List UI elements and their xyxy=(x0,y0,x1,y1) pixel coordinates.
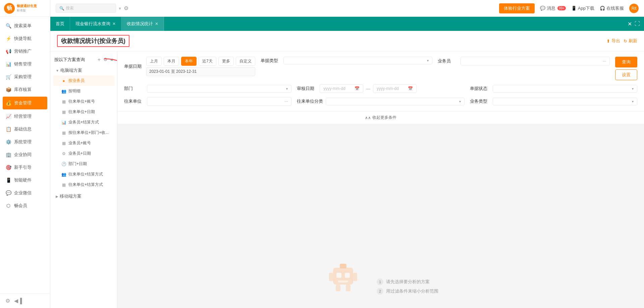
counterpart-select[interactable]: ··· xyxy=(147,97,291,106)
settings-btn[interactable]: 设置 xyxy=(615,69,637,80)
tree-item-unit-settle2[interactable]: ▦ 往来单位+结算方式 xyxy=(53,179,114,190)
sidebar-item-hardware[interactable]: 📱 智能硬件 xyxy=(0,174,50,187)
sidebar-item-quicknav[interactable]: ⚡ 快捷导航 xyxy=(0,32,50,45)
app-download-btn[interactable]: 📱 App下载 xyxy=(571,5,594,11)
tree-item-unit-account[interactable]: ▦ 往来单位+账号 xyxy=(53,96,114,107)
sidebar-item-inventory[interactable]: 📦 库存核算 xyxy=(0,83,50,96)
sidebar: 畅 畅捷通好生意 标准版 🔍 搜索菜单 ⚡ 快捷导航 📢 营销推广 📊 销售管理… xyxy=(0,0,50,308)
salesman-settle-icon: 📊 xyxy=(61,120,66,125)
tab-receipt[interactable]: 收款情况统计 ✕ xyxy=(121,17,164,31)
svg-rect-4 xyxy=(338,280,348,283)
date-btn-more[interactable]: 更多 xyxy=(218,57,234,66)
tab-close-all-icon[interactable]: ✕ xyxy=(628,21,632,27)
logo-icon: 畅 xyxy=(4,3,15,14)
tree-item-salesman-date[interactable]: ⚙ 业务员+日期 xyxy=(53,148,114,159)
tree-item-dept-date[interactable]: 🕐 部门+日期 xyxy=(53,159,114,169)
guide-icon: 🎯 xyxy=(5,164,11,170)
date-btn-last-month[interactable]: 上月 xyxy=(146,57,162,66)
header-search[interactable]: 🔍 搜索 xyxy=(56,4,116,13)
biz-type-label: 业务类型 xyxy=(470,98,490,104)
salesman-filter: 业务员 ··· xyxy=(438,57,610,65)
marketing-icon: 📢 xyxy=(5,48,11,54)
sidebar-item-enterprise[interactable]: 🏢 企业协同 xyxy=(0,148,50,161)
tab-home[interactable]: 首页 xyxy=(50,17,70,31)
online-service-btn[interactable]: 🎧 在线客服 xyxy=(600,5,624,11)
sidebar-item-search[interactable]: 🔍 搜索菜单 xyxy=(0,19,50,32)
panel-header-icons: + ⚙ « xyxy=(98,57,113,63)
query-btn[interactable]: 查询 xyxy=(615,57,637,67)
refresh-icon: ↻ xyxy=(624,39,627,44)
collapse-panel-icon[interactable]: « xyxy=(110,57,113,63)
collapse-sidebar-icon[interactable]: ◀▐ xyxy=(14,298,22,304)
sidebar-item-sales[interactable]: 📊 销售管理 xyxy=(0,58,50,70)
review-date-label: 审核日期 xyxy=(297,86,317,92)
tab-bank-close[interactable]: ✕ xyxy=(112,21,116,26)
date-btn-this-month[interactable]: 本月 xyxy=(164,57,179,66)
dept-select[interactable]: ▾ xyxy=(147,85,291,93)
sidebar-item-system[interactable]: ⚙️ 系统管理 xyxy=(0,136,50,148)
date-btn-this-year[interactable]: 本年 xyxy=(181,57,197,66)
tip-item-2: 2 用过滤条件来缩小分析范围 xyxy=(377,288,438,295)
salesman-date-icon: ⚙ xyxy=(61,151,66,156)
search-header-icon: 🔍 xyxy=(59,6,64,11)
tree-desktop-title[interactable]: ▼ 电脑端方案 xyxy=(53,65,114,75)
header-settings-icon[interactable]: ⚙ xyxy=(124,5,128,11)
mobile-expand-arrow: ▶ xyxy=(56,195,58,198)
sales-icon: 📊 xyxy=(5,61,11,67)
sidebar-item-guide[interactable]: 🎯 新手引导 xyxy=(0,161,50,174)
sidebar-item-marketing[interactable]: 📢 营销推广 xyxy=(0,45,50,58)
sidebar-item-wechat[interactable]: 💬 企业微信 xyxy=(0,187,50,199)
tree-item-unit-settle1[interactable]: 👥 往来单位+结算方式 xyxy=(53,169,114,179)
sidebar-item-base[interactable]: 📋 基础信息 xyxy=(0,123,50,136)
salesman-more-icon[interactable]: ··· xyxy=(603,59,606,63)
counterpart-category-select[interactable]: ▾ xyxy=(326,98,464,105)
date-btn-7days[interactable]: 近7天 xyxy=(199,57,216,66)
header-dropdown-icon[interactable]: ▾ xyxy=(119,6,121,11)
settings-footer-icon[interactable]: ⚙ xyxy=(5,298,10,304)
settings-plan-icon[interactable]: ⚙ xyxy=(103,57,108,63)
unit-settle2-icon: ▦ xyxy=(61,182,66,188)
tip-item-1: 1 请先选择要分析的方案 xyxy=(377,278,438,285)
sidebar-item-business[interactable]: 📈 经营管理 xyxy=(0,110,50,123)
page-actions: ⬆ 导出 ↻ 刷新 xyxy=(606,38,637,44)
tab-fullscreen-icon[interactable]: ⛶ xyxy=(635,21,640,27)
tree-item-unit-date[interactable]: ▦ 往来单位+日期 xyxy=(53,107,114,117)
doc-status-select[interactable]: ▾ xyxy=(493,85,637,93)
export-btn[interactable]: ⬆ 导出 xyxy=(606,38,620,44)
trial-btn[interactable]: 体验行业方案 xyxy=(499,3,535,13)
tree-item-salesman-account[interactable]: ▦ 业务员+账号 xyxy=(53,138,114,148)
user-avatar[interactable]: Rit xyxy=(629,4,639,13)
calendar-end-icon: 📅 xyxy=(408,86,413,91)
tree-mobile-title[interactable]: ▶ 移动端方案 xyxy=(53,191,114,201)
review-date-start[interactable]: yyyy-mm-dd 📅 xyxy=(320,84,363,93)
tab-bank[interactable]: 现金银行流水查询 ✕ xyxy=(70,17,121,31)
message-btn[interactable]: 💬 消息 99+ xyxy=(540,5,566,11)
add-plan-icon[interactable]: + xyxy=(98,57,101,63)
collapse-bar[interactable]: ∧∧ 收起更多条件 xyxy=(117,111,644,124)
search-icon: 🔍 xyxy=(5,23,11,29)
tree-item-salesman-settle[interactable]: 📊 业务员+结算方式 xyxy=(53,117,114,127)
counterpart-more-icon[interactable]: ··· xyxy=(284,99,288,104)
tab-receipt-close[interactable]: ✕ xyxy=(155,21,158,26)
doc-type-select[interactable]: ▾ xyxy=(283,57,433,64)
sidebar-item-purchase[interactable]: 🛒 采购管理 xyxy=(0,70,50,83)
enterprise-icon: 🏢 xyxy=(5,152,11,158)
date-btn-custom[interactable]: 自定义 xyxy=(236,57,255,66)
collapse-up-icon: ∧∧ xyxy=(365,115,371,120)
salesman-select[interactable]: ··· xyxy=(461,57,610,65)
message-icon: 💬 xyxy=(540,6,545,11)
content-body: 按以下方案查询 + ⚙ « xyxy=(50,51,644,308)
review-date-end[interactable]: yyyy-mm-dd 📅 xyxy=(373,84,417,93)
tree-item-by-salesman[interactable]: ● 按业务员 xyxy=(53,75,114,86)
sidebar-item-finance[interactable]: 💰 资金管理 xyxy=(3,97,47,109)
data-area: 1 请先选择要分析的方案 2 用过滤条件来缩小分析范围 xyxy=(117,124,644,308)
tree-item-unit-dept[interactable]: ▦ 按往来单位+部门+收... xyxy=(53,127,114,138)
refresh-btn[interactable]: ↻ 刷新 xyxy=(624,38,637,44)
biz-type-select[interactable]: ▾ xyxy=(493,98,637,105)
tab-bar: 首页 现金银行流水查询 ✕ 收款情况统计 ✕ ✕ ⛶ xyxy=(50,17,644,31)
tree-item-by-detail[interactable]: 👥 按明细 xyxy=(53,86,114,96)
sidebar-item-member[interactable]: ⬡ 畅会员 xyxy=(0,199,50,212)
service-icon: 🎧 xyxy=(600,6,605,11)
robot-svg xyxy=(323,254,363,295)
tip-num-1: 1 xyxy=(377,278,383,285)
